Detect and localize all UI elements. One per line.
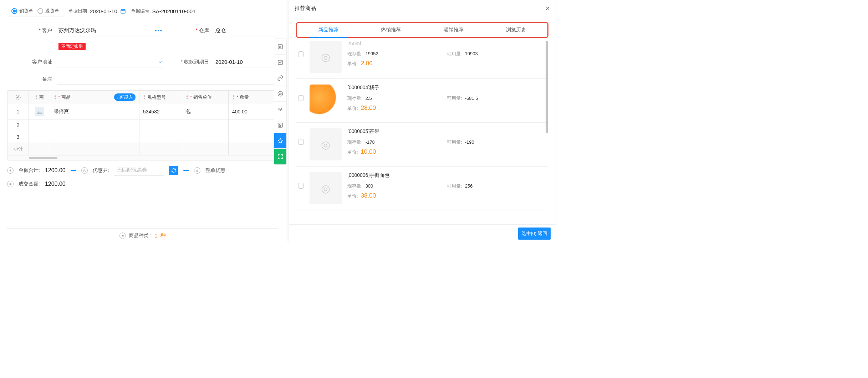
sort-icon[interactable]: ▲▼ [35,94,38,100]
recommend-tabs: 新品推荐 热销推荐 滞销推荐 浏览历史 [296,22,548,38]
svg-rect-0 [121,9,125,13]
kind-suffix: 种 [160,232,166,239]
deal-label: 成交金额: [19,181,40,187]
kind-label: 商品种类 : [129,233,152,239]
tab-hot-recommend[interactable]: 热销推荐 [360,27,423,33]
customer-field[interactable]: 苏州万达沃尔玛 ••• [57,25,164,36]
product-thumb [29,104,50,119]
deal-value: 1200.00 [45,181,66,187]
sort-icon[interactable]: ▲▼ [186,94,189,100]
tab-return-order[interactable]: 退货单 [37,8,59,14]
line-items-grid: ▲▼商 ▲▼*商品扫码录入 ▲▼规格型号 ▲▼*销售单位 ▲▼*数量 1 果倍爽… [7,90,278,160]
tab-return-label: 退货单 [45,8,59,14]
doc-no-label: 单据编号 [131,8,149,14]
link-icon[interactable] [274,70,286,86]
table-row[interactable]: 1 果倍爽 534532 包 400.00 [7,104,278,119]
star-icon[interactable] [274,133,286,149]
select-checkbox[interactable] [298,139,304,145]
select-checkbox[interactable] [298,183,304,189]
discount-label: 整单优惠: [205,167,227,174]
due-date-field[interactable]: 2020-01-10 [214,57,278,67]
coupon-label: 优惠券: [93,167,109,174]
warehouse-label: 仓库 [164,27,214,34]
select-return-button[interactable]: 选中(0) 返回 [518,228,551,240]
due-date-label: 收款到期日 [164,59,214,65]
remark-field[interactable] [57,74,278,85]
select-checkbox[interactable] [298,95,304,101]
tab-browse-history[interactable]: 浏览历史 [485,27,548,33]
address-label: 客户地址 [7,59,57,65]
warehouse-field[interactable]: 总仓 [214,25,278,36]
list-item: ◎ [0000006]手撕面包 现存量:300 可用量:256 单价:38.00 [296,167,548,210]
deal-icon: ✶ [7,181,14,187]
subtotal-label: 小计 [7,143,29,155]
sum-label: 金额合计: [19,167,40,174]
refresh-coupon-button[interactable] [169,166,178,175]
list-item: ◎ 250ml 现存量:19952 可用量:19903 单价:2.00 [296,41,548,79]
tab-new-recommend[interactable]: 新品推荐 [297,27,360,33]
doc-date-label: 单据日期 [68,8,87,14]
svg-point-1 [17,97,19,98]
vertical-scrollbar[interactable] [546,41,548,133]
product-thumb: ◎ [310,41,342,73]
minus-icon [183,170,189,171]
kind-icon: ≡ [119,233,126,239]
recommend-panel: 推荐商品 ✕ 新品推荐 热销推荐 滞销推荐 浏览历史 ◎ 250ml 现存量:1… [289,0,556,242]
tab-sales-order[interactable]: 销货单 [11,8,33,14]
remark-label: 备注 [7,76,57,82]
minus-icon [71,170,76,171]
svg-rect-2 [35,107,44,116]
gear-icon[interactable] [15,94,21,100]
sum-value: 1200.00 [45,167,66,174]
product-thumb [310,85,342,117]
list-icon[interactable] [274,39,286,55]
customer-lookup-icon[interactable]: ••• [155,27,163,34]
customer-label: 客户 [7,27,57,34]
table-row[interactable]: 2 [7,119,278,131]
table-row[interactable]: 3 [7,131,278,143]
sort-icon[interactable]: ▲▼ [143,94,146,100]
svg-point-5 [278,91,283,96]
panel-title: 推荐商品 [295,5,316,12]
discount-icon: ⌀ [194,167,200,174]
list-item: [0000004]橘子 现存量:2.5 可用量:-681.5 单价:28.00 [296,79,548,123]
product-thumb: ◎ [310,128,342,160]
currency-icon: ¥ [7,167,14,174]
list-item: ◎ [0000005]芒果 现存量:-178 可用量:-190 单价:10.00 [296,123,548,167]
tab-sales-label: 销货单 [19,8,33,14]
calendar-icon[interactable] [120,8,126,14]
swap-icon[interactable] [274,86,286,102]
coupon-input[interactable]: 无匹配优惠券 [114,165,164,176]
select-checkbox[interactable] [298,51,304,57]
coupon-icon: % [81,167,88,174]
credit-term-badge: 不固定账期 [58,43,86,50]
currency-tool-icon[interactable] [274,117,286,133]
expand-icon[interactable] [274,149,286,164]
address-field[interactable] [57,57,164,67]
doc-no-value: SA-20200110-001 [152,8,196,14]
doc-date-value[interactable]: 2020-01-10 [90,8,117,14]
tab-slow-recommend[interactable]: 滞销推荐 [422,27,485,33]
kind-value: 1 [154,233,157,239]
scan-input-button[interactable]: 扫码录入 [114,93,136,101]
sort-icon[interactable]: ▲▼ [232,94,235,100]
collapse-icon[interactable] [274,102,286,117]
sort-icon[interactable]: ▲▼ [54,94,57,100]
chevron-down-icon[interactable] [158,60,163,65]
side-toolbar [274,39,287,165]
close-icon[interactable]: ✕ [545,5,550,12]
chart-icon[interactable] [274,55,286,70]
product-thumb: ◎ [310,172,342,204]
horizontal-scrollbar[interactable] [7,155,278,160]
